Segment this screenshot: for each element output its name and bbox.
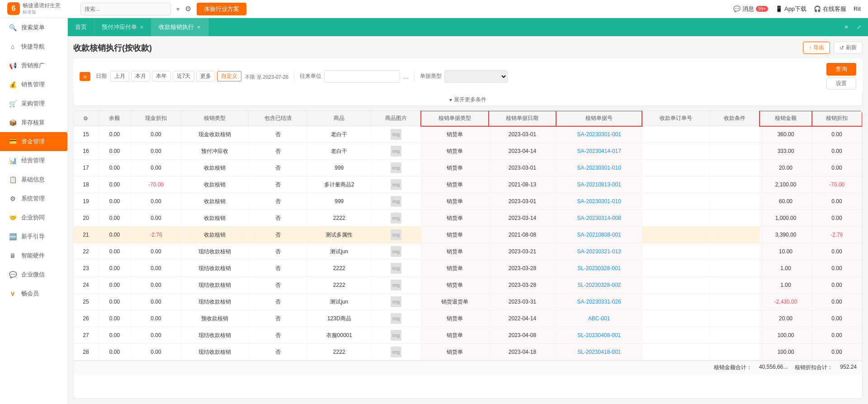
filter-expand-btn[interactable]: »: [80, 72, 90, 81]
doc-no-link[interactable]: SL-20230408-001: [577, 332, 621, 338]
this-month-btn[interactable]: 本月: [131, 71, 150, 81]
expand-more-btn[interactable]: ▾ 展开更多条件: [449, 96, 486, 104]
industry-btn[interactable]: 体验行业方案: [197, 3, 246, 15]
last7days-btn[interactable]: 近7天: [173, 71, 195, 81]
doc-no-link[interactable]: SA-20230301-001: [577, 131, 621, 138]
sidebar-item-wechat[interactable]: 💬 企业微信: [0, 265, 67, 284]
custom-btn[interactable]: 自定义: [217, 71, 241, 81]
sidebar-item-purchase[interactable]: 🛒 采购管理: [0, 94, 67, 113]
tab-writeoff[interactable]: 收款核销执行 ✕: [151, 18, 208, 36]
online-support-group[interactable]: 🎧 在线客服: [814, 5, 846, 13]
cell-writeoff-doc-no[interactable]: SA-20230321-012: [556, 243, 642, 260]
more-btn[interactable]: 更多: [196, 71, 215, 81]
customer-input[interactable]: [324, 70, 400, 83]
cell-row-num: 26: [74, 310, 98, 327]
nav-close-btn[interactable]: ✕: [841, 22, 852, 33]
cell-writeoff-doc-no[interactable]: SL-20230328-002: [556, 277, 642, 294]
col-settings-header[interactable]: ⚙: [74, 111, 98, 126]
dropdown-icon[interactable]: ▾: [176, 5, 179, 13]
doc-no-link[interactable]: SL-20230418-001: [577, 349, 621, 355]
col-writeoff-doc-type-header: 核销单据类型: [421, 111, 488, 126]
cell-writeoff-doc-no[interactable]: SA-20210808-001: [556, 227, 642, 243]
settings-icon[interactable]: ⚙: [185, 5, 191, 13]
cell-writeoff-doc-no[interactable]: ABC-001: [556, 310, 642, 327]
tab-prepaid[interactable]: 预付冲应付单 ✕: [94, 18, 151, 36]
member-icon: V: [9, 290, 17, 297]
sidebar-item-sales[interactable]: 💰 销售管理: [0, 75, 67, 94]
sidebar-item-quick-nav[interactable]: ⌂ 快捷导航: [0, 37, 67, 56]
cell-writeoff-type: 现结收款核销: [181, 344, 248, 361]
cell-writeoff-doc-no[interactable]: SA-20230301-010: [556, 160, 642, 176]
last-month-btn[interactable]: 上月: [110, 71, 129, 81]
cell-cash-discount: 0.00: [131, 126, 181, 143]
this-year-btn[interactable]: 本年: [152, 71, 171, 81]
sidebar-item-search-menu[interactable]: 🔍 搜索菜单: [0, 18, 67, 37]
date-range-display: 不限 至 2023-07-26: [245, 74, 288, 81]
user-avatar[interactable]: Rit: [854, 5, 861, 12]
export-button[interactable]: ↑ 导出: [803, 42, 830, 54]
sidebar-item-label: 企业协同: [21, 214, 45, 222]
cell-row-num: 22: [74, 243, 98, 260]
nav-expand-btn[interactable]: ⤢: [854, 22, 864, 33]
sidebar-item-enterprise[interactable]: 🤝 企业协同: [0, 208, 67, 227]
doc-no-link[interactable]: SA-20230301-010: [577, 165, 621, 171]
doc-no-link[interactable]: SA-20210808-001: [577, 232, 621, 238]
tab-writeoff-close[interactable]: ✕: [197, 24, 201, 30]
customer-dots[interactable]: ...: [403, 72, 409, 81]
doc-no-link[interactable]: SL-20230328-002: [577, 282, 621, 288]
tab-home[interactable]: 首页: [68, 18, 94, 36]
doc-type-select[interactable]: [444, 70, 508, 83]
cell-cash-discount: 0.00: [131, 210, 181, 227]
doc-no-link[interactable]: SA-20230321-012: [577, 248, 621, 255]
sidebar-item-guide[interactable]: 🆕 新手引导: [0, 227, 67, 246]
cell-writeoff-doc-no[interactable]: SL-20230328-001: [556, 260, 642, 277]
expand-more-bar: ▾ 展开更多条件: [73, 94, 863, 106]
cell-receipt-order-no: [642, 294, 709, 310]
filter-settings-button[interactable]: 设置: [826, 77, 856, 90]
doc-no-link[interactable]: SA-20230331-026: [577, 299, 621, 305]
cell-writeoff-doc-no[interactable]: SA-20230301-001: [556, 126, 642, 143]
sidebar-item-smart-hw[interactable]: 🖥 智能硬件: [0, 246, 67, 265]
search-input[interactable]: [80, 3, 171, 15]
cell-writeoff-doc-no[interactable]: SL-20230418-001: [556, 344, 642, 361]
table-row: 23 0.00 0.00 现结收款核销 否 2222 img 销货单 2023-…: [74, 260, 862, 277]
refresh-button[interactable]: ↺ 刷新: [834, 42, 863, 54]
sidebar-item-system[interactable]: ⚙ 系统管理: [0, 189, 67, 208]
cell-writeoff-doc-no[interactable]: SA-20230331-026: [556, 294, 642, 310]
doc-no-link[interactable]: SA-20230301-010: [577, 198, 621, 204]
cell-writeoff-doc-no[interactable]: SL-20230408-001: [556, 327, 642, 344]
cell-cash-discount: -2.76: [131, 227, 181, 243]
sidebar-item-operations[interactable]: 📊 经营管理: [0, 151, 67, 170]
tab-prepaid-close[interactable]: ✕: [140, 24, 144, 30]
doc-no-link[interactable]: SL-20230328-001: [577, 265, 621, 271]
cell-writeoff-discount: 0.00: [812, 126, 862, 143]
cell-goods-img: img: [371, 210, 421, 227]
cell-writeoff-doc-no[interactable]: SA-20230301-010: [556, 193, 642, 210]
doc-no-link[interactable]: SA-20230314-008: [577, 215, 621, 221]
cell-writeoff-doc-no[interactable]: SA-20210813-001: [556, 176, 642, 193]
sidebar-item-marketing[interactable]: 📢 营销推广: [0, 56, 67, 75]
cell-writeoff-doc-type: 销货单: [421, 227, 488, 243]
sidebar-item-finance[interactable]: 💳 资金管理: [0, 132, 67, 151]
query-button[interactable]: 查询: [826, 63, 856, 76]
doc-no-link[interactable]: SA-20210813-001: [577, 181, 621, 188]
sidebar-item-base-info[interactable]: 📋 基础信息: [0, 170, 67, 189]
cell-include-settled: 否: [249, 243, 307, 260]
table-row: 18 0.00 -70.00 收款核销 否 多计量商品2 img 销货单 202…: [74, 176, 862, 193]
cell-cash-discount: 0.00: [131, 143, 181, 160]
message-icon-group[interactable]: 💬 消息 99+: [733, 5, 768, 13]
tab-prepaid-label: 预付冲应付单: [102, 23, 137, 31]
sidebar-item-inventory[interactable]: 📦 库存核算: [0, 113, 67, 132]
cell-writeoff-doc-no[interactable]: SA-20230414-017: [556, 143, 642, 160]
sidebar-item-member[interactable]: V 畅会员: [0, 284, 67, 303]
app-download-group[interactable]: 📱 App下载: [775, 5, 807, 13]
cell-writeoff-doc-date: 2021-08-13: [489, 176, 556, 193]
doc-no-link[interactable]: ABC-001: [588, 315, 610, 322]
wechat-icon: 💬: [9, 271, 17, 278]
cell-writeoff-doc-no[interactable]: SA-20230314-008: [556, 210, 642, 227]
purchase-icon: 🛒: [9, 100, 17, 107]
cell-writeoff-type: 预收款核销: [181, 310, 248, 327]
table-row: 27 0.00 0.00 现结收款核销 否 衣服00001 img 销货单 20…: [74, 327, 862, 344]
doc-no-link[interactable]: SA-20230414-017: [577, 148, 621, 154]
cell-receipt-condition: [710, 126, 760, 143]
